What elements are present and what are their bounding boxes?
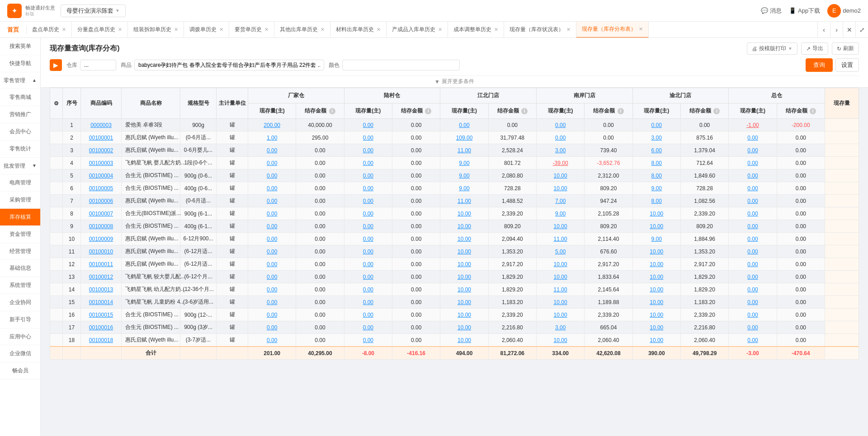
td-na-qty[interactable]: 9.00 [536, 207, 584, 220]
sidebar-item-ops[interactable]: 经营管理 [0, 243, 40, 260]
td-na-qty[interactable]: 10.00 [536, 169, 584, 182]
td-na-qty[interactable]: 11.00 [536, 233, 584, 245]
td-lucun-qty[interactable]: 0.00 [344, 296, 392, 309]
gear-th[interactable]: ⚙ [50, 88, 63, 119]
td-code[interactable]: 0000003 [81, 119, 122, 131]
td-total-qty[interactable]: 0.00 [729, 321, 777, 334]
td-code[interactable]: 00100014 [81, 296, 122, 309]
td-yb-qty[interactable]: 10.00 [632, 283, 680, 296]
td-factory-qty[interactable]: 0.00 [248, 207, 296, 220]
td-yb-qty[interactable]: 10.00 [632, 321, 680, 334]
td-lucun-qty[interactable]: 0.00 [344, 309, 392, 321]
tab-finished-in[interactable]: 产成品入库单历史 ✕ [387, 22, 448, 38]
td-yb-qty[interactable]: 8.00 [632, 195, 680, 207]
td-code[interactable]: 00100002 [81, 144, 122, 157]
td-jb-qty[interactable]: 11.00 [440, 195, 488, 207]
tab-close-icon[interactable]: ✕ [377, 27, 381, 33]
query-btn[interactable]: 查询 [806, 58, 833, 72]
sidebar-item-retail-mgmt[interactable]: 零售管理 ▲ [0, 72, 40, 89]
tab-close-icon[interactable]: ✕ [264, 27, 269, 33]
filter-toggle-btn[interactable]: ▶ [50, 59, 62, 71]
td-yb-qty[interactable]: 0.00 [632, 119, 680, 131]
td-jb-qty[interactable]: 10.00 [440, 245, 488, 258]
td-code[interactable]: 00100005 [81, 182, 122, 195]
td-code[interactable]: 00100003 [81, 157, 122, 169]
td-lucun-qty[interactable]: 0.00 [344, 207, 392, 220]
tab-requisition[interactable]: 要货单历史 ✕ [229, 22, 274, 38]
td-yb-qty[interactable]: 9.00 [632, 233, 680, 245]
td-total-qty[interactable]: -1.00 [729, 119, 777, 131]
td-na-qty[interactable]: 10.00 [536, 220, 584, 233]
td-lucun-qty[interactable]: 0.00 [344, 195, 392, 207]
sidebar-item-basic[interactable]: 基础信息 [0, 260, 40, 277]
td-na-qty[interactable]: 10.00 [536, 182, 584, 195]
sidebar-item-wholesale[interactable]: 批发管理 ▼ [0, 158, 40, 175]
td-na-qty[interactable]: 10.00 [536, 296, 584, 309]
info-icon[interactable]: i [425, 108, 431, 114]
td-na-qty[interactable]: 3.00 [536, 144, 584, 157]
td-code[interactable]: 00100018 [81, 334, 122, 347]
td-yb-qty[interactable]: 10.00 [632, 271, 680, 283]
td-code[interactable]: 00100009 [81, 233, 122, 245]
user-area[interactable]: E demo2 [827, 4, 861, 18]
expand-conditions-btn[interactable]: ▼ 展开更多条件 [434, 78, 474, 85]
td-total-qty[interactable]: 0.00 [729, 169, 777, 182]
td-total-qty[interactable]: 0.00 [729, 245, 777, 258]
td-code[interactable]: 00100006 [81, 195, 122, 207]
td-code[interactable]: 00100007 [81, 207, 122, 220]
td-factory-qty[interactable]: 1.00 [248, 131, 296, 144]
td-yb-qty[interactable]: 8.00 [632, 169, 680, 182]
td-jb-qty[interactable]: 10.00 [440, 321, 488, 334]
tab-stock-dist[interactable]: 现存量（库存分布表） ✕ [576, 22, 649, 38]
tab-transfer[interactable]: 调拨单历史 ✕ [184, 22, 229, 38]
td-total-qty[interactable]: 0.00 [729, 157, 777, 169]
td-yb-qty[interactable]: 10.00 [632, 334, 680, 347]
td-total-qty[interactable]: 0.00 [729, 220, 777, 233]
tab-home[interactable]: 首页 [0, 26, 27, 34]
td-total-qty[interactable]: 0.00 [729, 207, 777, 220]
td-na-qty[interactable]: 10.00 [536, 309, 584, 321]
tab-prev-btn[interactable]: ‹ [817, 22, 830, 38]
td-factory-qty[interactable]: 0.00 [248, 233, 296, 245]
td-total-qty[interactable]: 0.00 [729, 182, 777, 195]
tab-other-out[interactable]: 其他出库单历史 ✕ [274, 22, 330, 38]
td-yb-qty[interactable]: 10.00 [632, 220, 680, 233]
td-yb-qty[interactable]: 9.00 [632, 182, 680, 195]
td-total-qty[interactable]: 0.00 [729, 334, 777, 347]
td-code[interactable]: 00100015 [81, 309, 122, 321]
tab-close-all-btn[interactable]: ✕ [843, 22, 855, 38]
td-total-qty[interactable]: 0.00 [729, 144, 777, 157]
tab-assemble[interactable]: 组装拆卸单历史 ✕ [128, 22, 184, 38]
td-factory-qty[interactable]: 0.00 [248, 157, 296, 169]
sidebar-item-member[interactable]: 会员中心 [0, 123, 40, 141]
td-total-qty[interactable]: 0.00 [729, 283, 777, 296]
td-jb-qty[interactable]: 10.00 [440, 258, 488, 271]
td-factory-qty[interactable]: 0.00 [248, 321, 296, 334]
tab-close-icon[interactable]: ✕ [494, 27, 498, 33]
td-lucun-qty[interactable]: 0.00 [344, 157, 392, 169]
td-na-qty[interactable]: 5.00 [536, 245, 584, 258]
td-yb-qty[interactable]: 6.00 [632, 144, 680, 157]
td-total-qty[interactable]: 0.00 [729, 258, 777, 271]
td-na-qty[interactable]: 11.00 [536, 283, 584, 296]
td-yb-qty[interactable]: 3.00 [632, 131, 680, 144]
td-yb-qty[interactable]: 10.00 [632, 296, 680, 309]
td-na-qty[interactable]: -39.00 [536, 157, 584, 169]
td-jb-qty[interactable]: 10.00 [440, 283, 488, 296]
td-na-qty[interactable]: 10.00 [536, 258, 584, 271]
tab-maximize-btn[interactable]: ⤢ [855, 22, 868, 38]
tab-close-icon[interactable]: ✕ [639, 26, 643, 32]
td-factory-qty[interactable]: 0.00 [248, 296, 296, 309]
sidebar-item-ecommerce[interactable]: 电商管理 [0, 174, 40, 192]
print-btn[interactable]: 🖨 按模版打印 ▼ [747, 42, 797, 55]
td-lucun-qty[interactable]: 0.00 [344, 131, 392, 144]
td-code[interactable]: 00100016 [81, 321, 122, 334]
td-lucun-qty[interactable]: 0.00 [344, 169, 392, 182]
sidebar-item-search[interactable]: 搜索英单 [0, 38, 40, 55]
sidebar-item-marketing[interactable]: 营销推广 [0, 106, 40, 123]
tab-cost-adjust[interactable]: 成本调整单历史 ✕ [448, 22, 504, 38]
td-lucun-qty[interactable]: 0.00 [344, 245, 392, 258]
td-factory-qty[interactable]: 0.00 [248, 169, 296, 182]
td-jb-qty[interactable]: 9.00 [440, 157, 488, 169]
td-factory-qty[interactable]: 0.00 [248, 258, 296, 271]
